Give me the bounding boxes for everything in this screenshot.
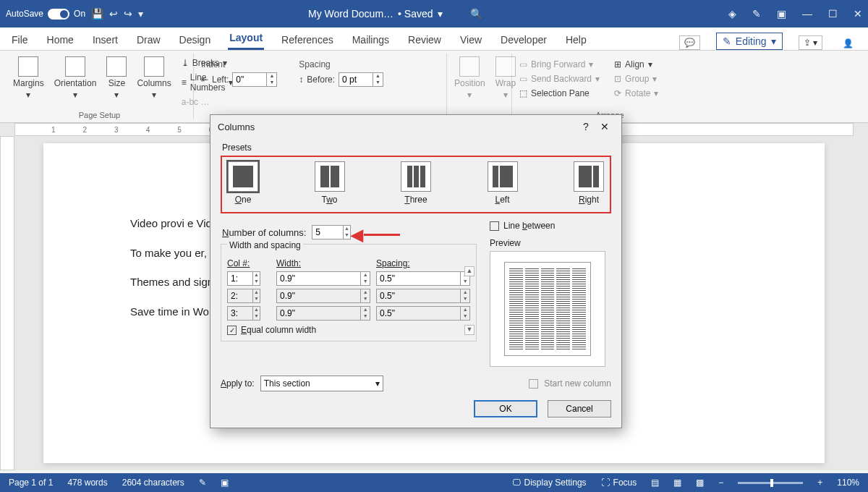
num-columns-input[interactable] <box>312 226 342 239</box>
cancel-button[interactable]: Cancel <box>548 400 611 417</box>
align-button[interactable]: ⊞ Align ▾ <box>614 58 658 71</box>
share-button[interactable]: ⇪ ▾ <box>799 35 822 50</box>
vertical-ruler[interactable] <box>0 136 14 470</box>
zoom-level[interactable]: 110% <box>837 478 859 488</box>
close-icon[interactable]: ✕ <box>595 121 614 132</box>
editing-mode-button[interactable]: ✎ Editing ▾ <box>716 33 783 50</box>
account-icon[interactable]: 👤 <box>838 37 858 50</box>
preset-right[interactable]: Right <box>574 161 604 205</box>
autosave-toggle[interactable]: AutoSave On <box>6 9 85 20</box>
apply-to-label: Apply to: <box>221 378 255 389</box>
dialog-title: Columns <box>218 122 255 132</box>
indent-label: Indent <box>201 59 277 69</box>
wrap-text-button[interactable]: Wrap▾ <box>495 54 516 100</box>
spacing-before-input[interactable] <box>339 73 373 86</box>
indent-left-input[interactable] <box>233 73 266 86</box>
zoom-out-icon[interactable]: − <box>718 478 723 488</box>
apply-to-combo[interactable]: This section ▾ <box>260 376 383 391</box>
wand-icon[interactable]: ✎ <box>752 8 761 20</box>
page-indicator[interactable]: Page 1 of 1 <box>9 478 53 488</box>
minimize-icon[interactable]: — <box>802 8 812 20</box>
tab-design[interactable]: Design <box>178 30 213 50</box>
chevron-down-icon: ▾ <box>375 378 380 389</box>
print-layout-icon[interactable]: ▦ <box>673 478 681 488</box>
preset-three[interactable]: Three <box>401 161 431 205</box>
qat-dropdown-icon[interactable]: ▾ <box>138 8 143 20</box>
orientation-button[interactable]: Orientation▾ <box>54 54 97 109</box>
bring-forward-button[interactable]: ▭ Bring Forward ▾ <box>519 58 600 71</box>
tab-layout[interactable]: Layout <box>228 27 264 50</box>
scroll-arrows[interactable]: ▼ <box>464 325 475 335</box>
chevron-down-icon: ▾ <box>771 35 776 47</box>
equal-width-checkbox[interactable]: ✓ Equal column width <box>227 325 470 335</box>
ribbon-display-icon[interactable]: ▣ <box>777 8 786 20</box>
close-icon[interactable]: ✕ <box>854 8 862 20</box>
diamond-icon[interactable]: ◈ <box>728 8 736 20</box>
preview-label: Preview <box>490 238 611 248</box>
width-1[interactable] <box>277 272 360 285</box>
redo-icon[interactable]: ↪ <box>124 8 132 20</box>
columns-dialog: Columns ? ✕ Presets One Two Three Left R… <box>210 114 622 428</box>
width-3 <box>277 307 360 320</box>
preset-two[interactable]: Two <box>315 161 345 205</box>
read-mode-icon[interactable]: ▤ <box>651 478 659 488</box>
spacing-1[interactable] <box>377 272 460 285</box>
tab-review[interactable]: Review <box>407 30 443 50</box>
col-num-1[interactable] <box>228 272 252 285</box>
rotate-button[interactable]: ⟳ Rotate ▾ <box>614 87 658 100</box>
preview-box <box>490 251 605 367</box>
line-between-checkbox[interactable]: Line between <box>490 221 611 231</box>
position-button[interactable]: Position▾ <box>454 54 485 100</box>
accessibility-icon[interactable]: ▣ <box>221 478 229 488</box>
spacing-3 <box>377 307 460 320</box>
autosave-state: On <box>74 9 85 19</box>
spacing-before-field[interactable]: ↕ Before: ▲▼ <box>299 71 383 88</box>
group-button[interactable]: ⊡ Group ▾ <box>614 72 658 85</box>
tab-home[interactable]: Home <box>46 30 75 50</box>
save-icon[interactable]: 💾 <box>91 8 103 20</box>
tab-draw[interactable]: Draw <box>135 30 162 50</box>
tab-insert[interactable]: Insert <box>91 30 119 50</box>
ok-button[interactable]: OK <box>474 400 537 417</box>
scroll-arrows[interactable]: ▲ <box>464 266 475 276</box>
indent-left-field[interactable]: ⇤ Left: ▲▼ <box>201 71 277 88</box>
autosave-label: AutoSave <box>6 9 43 19</box>
maximize-icon[interactable]: ☐ <box>828 8 838 20</box>
width-2 <box>277 289 360 302</box>
checkmark-icon: ✓ <box>227 326 237 335</box>
send-backward-button[interactable]: ▭ Send Backward ▾ <box>519 72 600 85</box>
group-page-setup: Page Setup <box>13 111 186 119</box>
num-columns-label: Number of columns: <box>222 227 306 238</box>
autosave-switch-icon[interactable] <box>48 9 69 20</box>
spacing-2 <box>377 289 460 302</box>
help-icon[interactable]: ? <box>576 121 595 132</box>
comments-button[interactable]: 💬 <box>679 35 700 50</box>
char-count[interactable]: 2604 characters <box>122 478 184 488</box>
undo-icon[interactable]: ↩ <box>109 8 118 20</box>
word-count[interactable]: 478 words <box>67 478 107 488</box>
tab-file[interactable]: File <box>10 30 30 50</box>
margins-button[interactable]: Margins▾ <box>13 54 44 109</box>
focus-mode[interactable]: ⛶ Focus <box>601 478 637 488</box>
web-layout-icon[interactable]: ▩ <box>696 478 704 488</box>
selection-pane-button[interactable]: ⬚ Selection Pane <box>519 87 600 100</box>
zoom-in-icon[interactable]: + <box>817 478 822 488</box>
start-new-column-checkbox: Start new column <box>529 376 611 391</box>
preset-left[interactable]: Left <box>488 161 518 205</box>
tab-references[interactable]: References <box>280 30 335 50</box>
spelling-icon[interactable]: ✎ <box>199 478 206 488</box>
display-settings[interactable]: 🖵 Display Settings <box>512 478 587 488</box>
search-icon[interactable]: 🔍 <box>470 8 482 20</box>
presets-highlight-box: One Two Three Left Right <box>221 156 611 213</box>
preset-one[interactable]: One <box>228 161 258 205</box>
zoom-slider[interactable] <box>738 482 803 484</box>
hyphenation-button[interactable]: a-bc … <box>182 96 234 109</box>
tab-mailings[interactable]: Mailings <box>351 30 391 50</box>
document-title[interactable]: My Word Docum… • Saved ▾ <box>308 8 442 20</box>
tab-help[interactable]: Help <box>564 30 588 50</box>
tab-view[interactable]: View <box>459 30 483 50</box>
tab-developer[interactable]: Developer <box>499 30 548 50</box>
columns-button[interactable]: Columns▾ <box>137 54 171 109</box>
presets-label: Presets <box>222 143 611 153</box>
size-button[interactable]: Size▾ <box>106 54 127 109</box>
